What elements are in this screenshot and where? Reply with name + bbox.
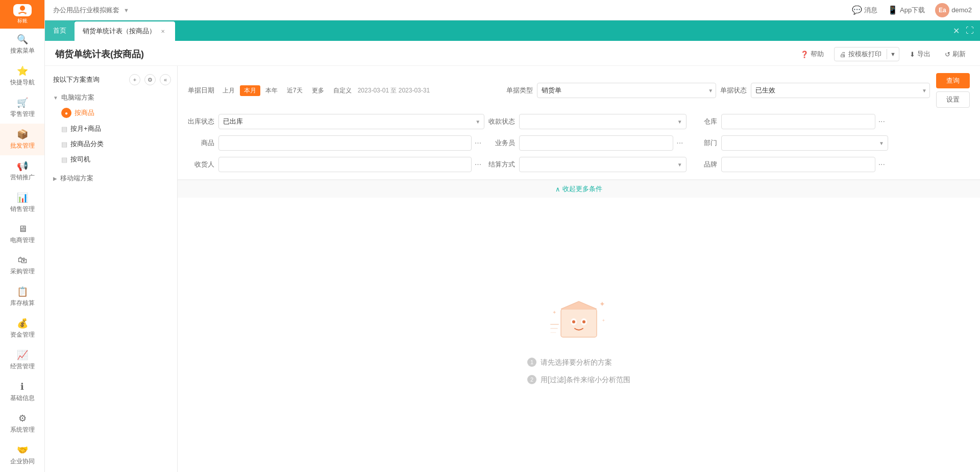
dropdown-arrow[interactable]: ▼ xyxy=(124,7,129,13)
print-btn[interactable]: 🖨 按模板打印 xyxy=(835,48,887,61)
add-scheme-btn[interactable]: + xyxy=(129,74,140,85)
export-btn[interactable]: ⬇ 导出 xyxy=(905,48,935,61)
warehouse2-more-icon[interactable]: ··· xyxy=(875,117,888,126)
receiver-input[interactable] xyxy=(218,157,472,172)
industry-label: 办公用品行业模拟账套 xyxy=(53,6,119,15)
brand-input[interactable] xyxy=(721,157,875,172)
sidebar-item-search[interactable]: 🔍 搜索菜单 xyxy=(0,29,44,60)
refresh-btn[interactable]: ↺ 刷新 xyxy=(941,48,970,61)
empty-state-tip2: 2 用[过滤]条件来缩小分析范围 xyxy=(527,372,630,387)
warehouse-label: 出库状态 xyxy=(188,117,218,126)
date-range-wrapper: 上月 本月 本年 近7天 更多 自定义 2023-03-01 至 2023-03… xyxy=(218,85,502,96)
empty-state-tip1: 1 请先选择要分析的方案 xyxy=(527,355,630,369)
date-range-display: 2023-03-01 至 2023-03-31 xyxy=(358,86,430,95)
sidebar-item-operations[interactable]: 📈 经营管理 xyxy=(0,344,44,376)
inventory-icon: 📋 xyxy=(17,286,28,297)
payment-status-input[interactable] xyxy=(519,114,686,129)
collapse-row[interactable]: ∧ 收起更多条件 xyxy=(178,180,980,198)
employee-input[interactable] xyxy=(519,135,673,151)
sidebar-item-marketing[interactable]: 📢 营销推广 xyxy=(0,155,44,187)
doc-status-input[interactable] xyxy=(751,83,930,98)
receiver-more-icon[interactable]: ··· xyxy=(472,160,484,169)
filter-item-doc-status: 单据状态 ▼ xyxy=(720,83,930,98)
help-btn[interactable]: ❓ 帮助 xyxy=(796,48,828,61)
date-tab-this-year[interactable]: 本年 xyxy=(261,85,282,96)
left-panel-header: 按以下方案查询 + ⚙ « xyxy=(45,71,177,88)
search-icon: 🔍 xyxy=(17,34,28,45)
date-label: 单据日期 xyxy=(188,86,218,95)
dept-input[interactable] xyxy=(721,135,888,151)
sidebar-item-enterprise[interactable]: 🤝 企业协同 xyxy=(0,439,44,471)
date-tab-custom[interactable]: 自定义 xyxy=(329,85,356,96)
tree-section-mobile-header[interactable]: ▶ 移动端方案 xyxy=(45,171,177,185)
page-header-actions: ❓ 帮助 🖨 按模板打印 ▼ ⬇ 导出 ↺ 刷新 xyxy=(796,47,970,61)
sidebar-item-label: 快捷导航 xyxy=(10,78,35,87)
settlement-input[interactable] xyxy=(519,157,686,172)
tree-item-by-month-product[interactable]: ▤ 按月+商品 xyxy=(45,121,177,136)
date-tab-this-month[interactable]: 本月 xyxy=(240,85,260,96)
doc-type-input[interactable] xyxy=(537,83,716,98)
tab-maximize-btn[interactable]: ⛶ xyxy=(964,24,976,37)
split-layout: 按以下方案查询 + ⚙ « xyxy=(45,66,980,472)
svg-point-7 xyxy=(582,320,585,323)
scheme-icon: ▤ xyxy=(61,125,67,133)
doc-status-control: ▼ xyxy=(751,83,930,98)
sidebar-item-inventory[interactable]: 📋 库存核算 xyxy=(0,281,44,313)
tree-item-by-cashier[interactable]: ▤ 按司机 xyxy=(45,152,177,167)
sidebar-item-system[interactable]: ⚙ 系统管理 xyxy=(0,408,44,439)
sidebar-item-wholesale[interactable]: 📦 批发管理 xyxy=(0,124,44,155)
filter-item-warehouse2: 仓库 ··· xyxy=(691,114,888,129)
tree-arrow-icon: ▼ xyxy=(53,95,58,101)
sidebar-item-finance[interactable]: 💰 资金管理 xyxy=(0,313,44,344)
tip1-num: 1 xyxy=(527,358,536,367)
sidebar-item-purchase[interactable]: 🛍 采购管理 xyxy=(0,250,44,281)
date-tab-more[interactable]: 更多 xyxy=(308,85,328,96)
tab-home[interactable]: 首页 xyxy=(45,20,75,41)
add-icon: + xyxy=(133,77,136,83)
sidebar-item-basic[interactable]: ℹ 基础信息 xyxy=(0,376,44,408)
tree-item-by-category[interactable]: ▤ 按商品分类 xyxy=(45,136,177,152)
date-tab-last7[interactable]: 近7天 xyxy=(283,85,307,96)
payment-status-label: 收款状态 xyxy=(488,117,519,126)
warehouse2-input[interactable] xyxy=(721,114,875,129)
message-btn[interactable]: 💬 消息 xyxy=(852,5,877,15)
tree-item-by-product[interactable]: ● 按商品 xyxy=(45,105,177,121)
user-area[interactable]: Ea demo2 xyxy=(935,3,972,17)
employee-more-icon[interactable]: ··· xyxy=(673,138,686,148)
retail-icon: 🛒 xyxy=(17,97,28,108)
tree-section-pc-label: 电脑端方案 xyxy=(61,93,94,102)
sidebar-item-label: 搜索菜单 xyxy=(10,46,35,55)
doc-status-label: 单据状态 xyxy=(720,86,751,95)
query-button[interactable]: 查询 xyxy=(936,73,970,88)
tab-report-label: 销货单统计表（按商品） xyxy=(83,27,156,36)
brand-more-icon[interactable]: ··· xyxy=(875,160,888,169)
empty-state-tips: 1 请先选择要分析的方案 2 用[过滤]条件来缩小分析范围 xyxy=(527,355,630,387)
filter-row-3: 商品 ··· 业务员 ··· xyxy=(188,135,970,151)
sidebar-item-label: 系统管理 xyxy=(10,426,35,434)
sidebar-item-label: 零售管理 xyxy=(10,110,35,119)
print-dropdown-btn[interactable]: ▼ xyxy=(887,49,899,59)
product-more-icon[interactable]: ··· xyxy=(472,138,484,148)
sidebar-nav: 🔍 搜索菜单 ⭐ 快捷导航 🛒 零售管理 📦 批发管理 📢 营销推广 📊 销售管… xyxy=(0,29,44,472)
tab-close-window-btn[interactable]: ✕ xyxy=(951,24,962,38)
filter-item-payment-status: 收款状态 ▼ xyxy=(488,114,686,129)
date-tab-last-month[interactable]: 上月 xyxy=(218,85,239,96)
filter-row-2: 出库状态 ▼ 收款状态 xyxy=(188,114,970,129)
product-input[interactable] xyxy=(218,135,472,151)
sidebar-item-sales[interactable]: 📊 销售管理 xyxy=(0,187,44,219)
app-download-btn[interactable]: 📱 App下载 xyxy=(888,5,925,15)
tab-report[interactable]: 销货单统计表（按商品） ✕ xyxy=(75,21,175,41)
settings-button[interactable]: 设置 xyxy=(936,91,970,108)
tab-close-icon[interactable]: ✕ xyxy=(159,27,167,35)
brand-label: 品牌 xyxy=(691,160,721,169)
wholesale-icon: 📦 xyxy=(17,129,28,140)
doc-type-label: 单据类型 xyxy=(506,86,537,95)
settings-scheme-btn[interactable]: ⚙ xyxy=(144,74,156,85)
warehouse-input[interactable] xyxy=(218,114,484,129)
left-panel-title: 按以下方案查询 xyxy=(53,75,100,84)
sidebar-item-retail[interactable]: 🛒 零售管理 xyxy=(0,92,44,124)
sidebar-item-ecommerce[interactable]: 🖥 电商管理 xyxy=(0,219,44,250)
collapse-panel-btn[interactable]: « xyxy=(160,74,171,85)
sidebar-item-quick-nav[interactable]: ⭐ 快捷导航 xyxy=(0,60,44,92)
tree-section-pc-header[interactable]: ▼ 电脑端方案 xyxy=(45,90,177,105)
